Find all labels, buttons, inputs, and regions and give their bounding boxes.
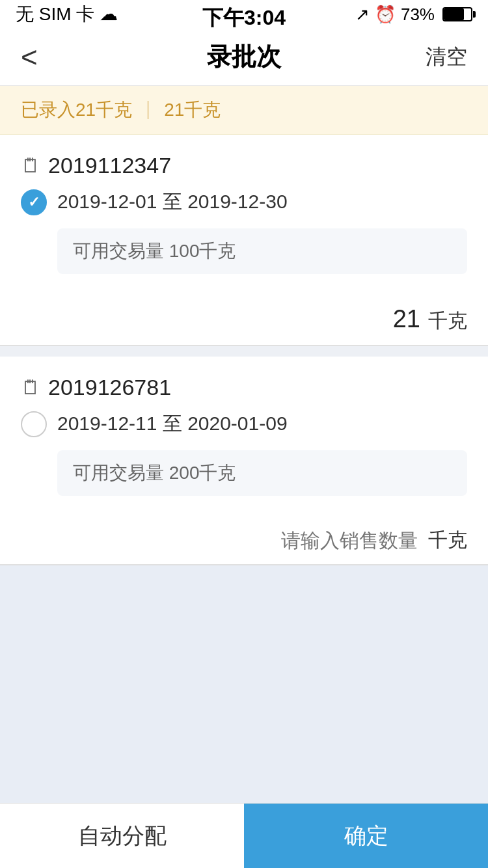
status-bar: 无 SIM 卡 ☁ 下午3:04 ↗ ⏰ 73% [0, 0, 488, 29]
doc-icon-2: 🗒 [21, 377, 40, 399]
clear-button[interactable]: 清空 [426, 43, 467, 72]
batch-2-radio[interactable] [21, 411, 47, 437]
batch-2-date-row[interactable]: 2019-12-11 至 2020-01-09 [21, 411, 467, 437]
battery-percent: 73% [401, 5, 435, 25]
batch-1-amount-row: 21 千克 [0, 292, 488, 346]
batch-1-amount-value: 21 [393, 305, 420, 333]
summary-banner: 已录入21千克 21千克 [0, 86, 488, 135]
batch-1-avail: 可用交易量 100千克 [57, 228, 467, 274]
batch-2-header: 🗒 2019126781 [21, 375, 467, 400]
batch-2-number: 2019126781 [48, 375, 171, 400]
empty-area [0, 565, 488, 826]
battery-icon [442, 7, 472, 21]
batch-1-amount-unit: 千克 [428, 308, 467, 334]
bottom-bar: 自动分配 确定 [0, 803, 488, 868]
batch-1-number: 2019112347 [48, 153, 171, 178]
doc-icon-1: 🗒 [21, 155, 40, 177]
batch-1-date-row[interactable]: 2019-12-01 至 2019-12-30 [21, 189, 467, 215]
status-right: ↗ ⏰ 73% [355, 5, 472, 25]
batch-2-date: 2019-12-11 至 2020-01-09 [57, 411, 288, 437]
confirm-button[interactable]: 确定 [244, 804, 488, 868]
batch-1-date: 2019-12-01 至 2019-12-30 [57, 189, 288, 215]
sim-label: 无 SIM 卡 ☁ [16, 2, 118, 27]
batch-card-2: 🗒 2019126781 2019-12-11 至 2020-01-09 可用交… [0, 357, 488, 514]
auto-distribute-button[interactable]: 自动分配 [0, 804, 244, 868]
status-left: 无 SIM 卡 ☁ [16, 2, 118, 27]
batch-2-avail: 可用交易量 200千克 [57, 450, 467, 496]
total-amount: 21千克 [164, 98, 221, 122]
recorded-amount: 已录入21千克 [21, 98, 132, 122]
qty-input-2[interactable] [21, 530, 418, 552]
batch-card-1: 🗒 2019112347 2019-12-01 至 2019-12-30 可用交… [0, 135, 488, 292]
batch-1-header: 🗒 2019112347 [21, 153, 467, 178]
section-divider [0, 346, 488, 357]
batch-2-input-row[interactable]: 千克 [0, 514, 488, 565]
batch-1-radio[interactable] [21, 189, 47, 215]
nav-bar: < 录批次 清空 [0, 29, 488, 86]
page-title: 录批次 [207, 40, 281, 74]
batch-2-unit: 千克 [428, 527, 467, 554]
summary-divider [148, 101, 148, 119]
back-button[interactable]: < [21, 43, 38, 72]
alarm-icon: ⏰ [375, 5, 396, 25]
location-icon: ↗ [355, 5, 370, 25]
